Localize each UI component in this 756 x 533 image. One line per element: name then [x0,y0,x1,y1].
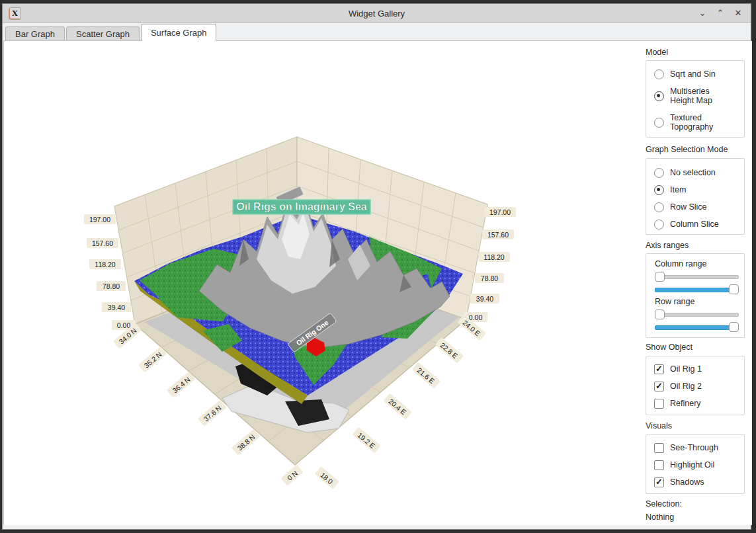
radio-textured-topography[interactable]: Textured Topography [646,109,744,136]
checkbox-icon[interactable] [654,443,664,453]
model-group: Sqrt and Sin Multiseries Height Map Text… [646,60,745,138]
slider-handle[interactable] [655,272,665,282]
column-range-label: Column range [655,259,707,268]
svg-text:157.60: 157.60 [487,231,509,239]
svg-text:197.00: 197.00 [89,216,110,224]
radio-column-slice[interactable]: Column Slice [646,216,744,233]
surface-plot[interactable]: Oil Rig One Oil Rigs on Imaginary Sea 19… [4,41,638,525]
slider-handle[interactable] [729,322,739,332]
checkbox-oil-rig-2[interactable]: Oil Rig 2 [646,378,744,395]
svg-text:118.20: 118.20 [483,253,504,261]
app-window: X Widget Gallery ⌄ ⌃ ✕ Bar Graph Scatter… [2,3,751,530]
radio-button-icon[interactable] [654,220,664,229]
checkbox-see-through[interactable]: See-Through [646,439,744,456]
radio-label: Row Slice [670,202,707,212]
checkbox-label: Refinery [670,399,701,408]
radio-label: Textured Topography [670,113,728,132]
svg-text:157.60: 157.60 [92,239,113,247]
svg-text:197.00: 197.00 [489,208,511,216]
radio-row-slice[interactable]: Row Slice [646,198,744,216]
slider-handle[interactable] [655,309,665,319]
column-range-max-slider[interactable] [655,288,739,292]
radio-label: No selection [670,168,716,177]
radio-sqrt-and-sin[interactable]: Sqrt and Sin [646,65,744,83]
svg-text:118.20: 118.20 [95,261,115,268]
slider-handle[interactable] [729,284,739,294]
visuals-section-label: Visuals [646,421,745,431]
maximize-icon[interactable]: ⌃ [716,7,725,19]
checkbox-highlight-oil[interactable]: Highlight Oil [646,456,744,473]
checkbox-icon[interactable] [654,460,664,470]
svg-text:78.80: 78.80 [481,274,498,282]
tab-surface-graph[interactable]: Surface Graph [141,24,217,41]
radio-label: Column Slice [670,220,719,229]
selection-mode-group: No selection Item Row Slice Column Slice [646,158,745,235]
svg-text:39.40: 39.40 [108,304,125,311]
checkbox-label: Oil Rig 2 [670,382,702,391]
radio-label: Item [670,185,686,194]
tab-bar-graph[interactable]: Bar Graph [5,26,65,41]
controls-sidebar: Model Sqrt and Sin Multiseries Height Ma… [638,41,752,525]
show-object-group: Oil Rig 1 Oil Rig 2 Refinery [646,356,745,415]
checkbox-label: Oil Rig 1 [670,364,702,374]
radio-button-icon[interactable] [654,118,664,128]
svg-text:78.80: 78.80 [103,282,120,290]
graph-title: Oil Rigs on Imaginary Sea [233,200,370,214]
selection-mode-section-label: Graph Selection Mode [646,145,745,155]
checkbox-refinery[interactable]: Refinery [646,395,744,412]
radio-button-icon[interactable] [654,91,664,101]
svg-text:39.40: 39.40 [476,295,493,303]
axis-ranges-section-label: Axis ranges [646,241,745,251]
model-section-label: Model [646,48,745,58]
tab-bar: Bar Graph Scatter Graph Surface Graph [3,23,751,41]
title-bar: X Widget Gallery ⌄ ⌃ ✕ [3,4,751,23]
checkbox-icon[interactable] [654,477,664,487]
row-range-min-slider[interactable] [655,313,739,317]
row-range-max-slider[interactable] [655,325,739,330]
checkbox-icon[interactable] [654,382,664,391]
checkbox-label: Highlight Oil [670,460,714,470]
show-object-section-label: Show Object [646,343,745,352]
column-range-min-slider[interactable] [655,275,739,279]
radio-multiseries-height-map[interactable]: Multiseries Height Map [646,83,744,109]
axis-ranges-group: Column range Row range [646,253,745,338]
svg-text:0.00: 0.00 [469,313,483,321]
radio-button-icon[interactable] [654,185,664,195]
surface-graph-view[interactable]: Oil Rig One Oil Rigs on Imaginary Sea 19… [4,41,638,525]
checkbox-oil-rig-1[interactable]: Oil Rig 1 [646,360,744,378]
graph-title-text: Oil Rigs on Imaginary Sea [236,201,366,212]
radio-button-icon[interactable] [654,69,664,79]
radio-item[interactable]: Item [646,181,744,198]
window-title: Widget Gallery [3,9,751,19]
radio-no-selection[interactable]: No selection [646,164,744,181]
checkbox-label: See-Through [670,443,718,452]
selection-status-value: Nothing [646,512,674,522]
close-icon[interactable]: ✕ [734,7,743,19]
radio-label: Sqrt and Sin [670,69,716,79]
radio-button-icon[interactable] [654,168,664,178]
radio-label: Multiseries Height Map [670,87,728,105]
checkbox-shadows[interactable]: Shadows [646,473,744,491]
tab-scatter-graph[interactable]: Scatter Graph [66,26,140,41]
checkbox-icon[interactable] [654,399,664,409]
app-icon[interactable]: X [9,7,21,20]
minimize-icon[interactable]: ⌄ [698,7,707,19]
radio-button-icon[interactable] [654,202,664,212]
svg-text:0.00: 0.00 [117,321,131,329]
checkbox-label: Shadows [670,477,704,487]
checkbox-icon[interactable] [654,364,664,374]
visuals-group: See-Through Highlight Oil Shadows [646,434,745,494]
row-range-label: Row range [655,297,694,306]
selection-status-label: Selection: [646,499,682,509]
tab-content: Oil Rig One Oil Rigs on Imaginary Sea 19… [3,40,750,525]
